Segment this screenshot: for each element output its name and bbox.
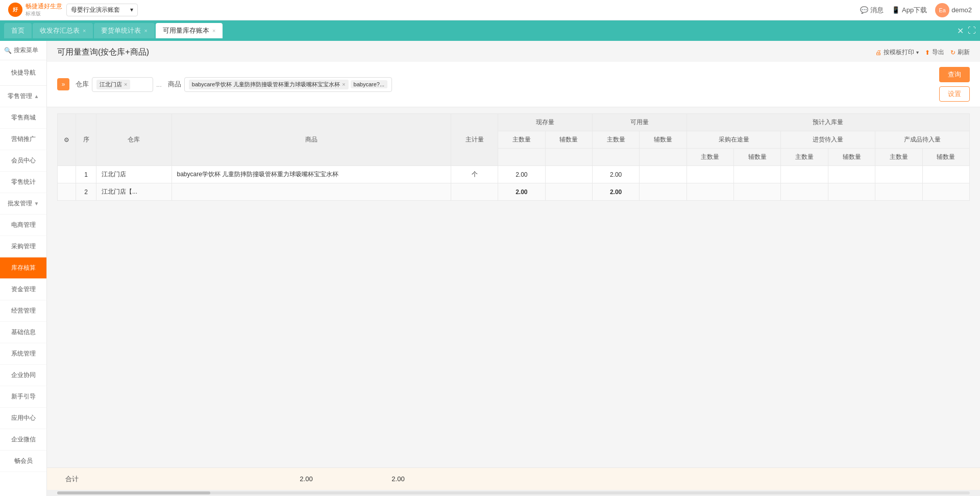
col-stock-header: 现存量 <box>498 114 593 131</box>
filter-expand-button[interactable]: » <box>57 78 69 90</box>
query-button[interactable]: 查询 <box>939 67 970 82</box>
table-row: 1 江北门店 babycare学饮杯 儿童防摔防撞吸管杯重力球吸嘴杯宝宝水杯 个… <box>58 166 970 183</box>
sidebar-search[interactable]: 🔍 搜索菜单 <box>0 41 46 60</box>
tab-requisition-stats[interactable]: 要货单统计表 × <box>94 23 154 38</box>
row-pp-sub <box>828 183 875 201</box>
row-goods: babycare学饮杯 儿童防摔防撞吸管杯重力球吸嘴杯宝宝水杯 <box>172 166 451 183</box>
app-download-button[interactable]: 📱 App下载 <box>892 6 927 15</box>
sidebar-item-retail-mall[interactable]: 零售商城 <box>0 107 46 129</box>
sidebar-item-label: 营销推广 <box>11 135 36 144</box>
goods-tag-2-value: babycare?... <box>354 81 385 87</box>
sidebar-item-vip[interactable]: 畅会员 <box>0 451 46 472</box>
avatar-initials: Ea <box>939 7 946 13</box>
sidebar-item-quick-nav[interactable]: 快捷导航 <box>0 64 46 81</box>
sidebar-item-enterprise-wechat[interactable]: 企业微信 <box>0 429 46 451</box>
sidebar-search-label: 搜索菜单 <box>14 46 38 55</box>
sidebar-item-member-center[interactable]: 会员中心 <box>0 150 46 172</box>
sidebar-item-label: 基础信息 <box>11 328 36 337</box>
industry-selector[interactable]: 母婴行业演示账套 ▾ <box>66 4 138 16</box>
row-pt-sub <box>734 183 781 201</box>
tab-window-actions: ✕ ⛶ <box>957 26 976 36</box>
goods-tag-2: babycare?... <box>351 80 388 88</box>
settings-button[interactable]: 设置 <box>939 86 970 102</box>
row-warehouse: 江北门店 <box>96 166 172 183</box>
sidebar-quick-nav: 快捷导航 <box>0 60 46 86</box>
sidebar-item-inventory[interactable]: 库存核算 <box>0 257 46 279</box>
sidebar-item-new-guide[interactable]: 新手引导 <box>0 386 46 408</box>
col-settings-header[interactable]: ⚙ <box>58 114 76 166</box>
table-area: ⚙ 序 仓库 商品 主计量 现存量 可用量 预计入库量 主数量 辅数量 主数量 <box>47 107 980 467</box>
industry-label: 母婴行业演示账套 <box>71 6 120 14</box>
print-button[interactable]: 🖨 按模板打印 ▾ <box>875 48 919 57</box>
sidebar-item-label: 系统管理 <box>11 349 36 358</box>
avatar: Ea <box>935 3 949 17</box>
search-icon: 🔍 <box>4 47 12 54</box>
warehouse-tag-remove[interactable]: × <box>124 81 127 87</box>
chevron-icon: ▼ <box>34 201 39 206</box>
tab-home[interactable]: 首页 <box>4 23 32 38</box>
message-icon: 💬 <box>860 6 868 14</box>
sidebar-item-label: 库存核算 <box>11 264 36 272</box>
refresh-label: 刷新 <box>958 48 970 57</box>
row-fp-sub <box>922 166 969 183</box>
row-avail-sub <box>640 166 687 183</box>
col-goods-header: 商品 <box>172 114 451 166</box>
goods-tag-1-remove[interactable]: × <box>342 81 345 87</box>
tab-receive-summary[interactable]: 收发存汇总表 × <box>33 23 93 38</box>
row-index: 2 <box>76 183 96 201</box>
row-settings <box>58 183 76 201</box>
warehouse-input[interactable]: 江北门店 × <box>92 77 153 92</box>
tab-available-stock[interactable]: 可用量库存账本 × <box>156 23 223 38</box>
settings-icon[interactable]: ⚙ <box>64 136 69 144</box>
scroll-track <box>57 491 970 494</box>
refresh-button[interactable]: ↻ 刷新 <box>950 48 970 57</box>
goods-label: 商品 <box>168 80 181 89</box>
row-fp-main <box>875 166 922 183</box>
export-button[interactable]: ⬆ 导出 <box>925 48 944 57</box>
app-download-label: App下载 <box>902 6 927 15</box>
sidebar-item-retail-stats[interactable]: 零售统计 <box>0 172 46 193</box>
goods-input[interactable]: babycare学饮杯 儿童防摔防撞吸管杯重力球吸嘴杯宝宝水杯 × babyca… <box>184 77 392 92</box>
sidebar-item-marketing[interactable]: 营销推广 <box>0 129 46 150</box>
tab-close-all-button[interactable]: ✕ <box>957 26 964 36</box>
sidebar-item-operations[interactable]: 经营管理 <box>0 300 46 322</box>
user-profile[interactable]: Ea demo2 <box>935 3 972 17</box>
refresh-icon: ↻ <box>950 49 955 56</box>
sidebar-item-label: 电商管理 <box>11 221 36 229</box>
scroll-thumb[interactable] <box>57 491 210 494</box>
sidebar-item-ecommerce[interactable]: 电商管理 <box>0 215 46 236</box>
sidebar-item-retail-mgmt[interactable]: 零售管理 ▲ <box>0 86 46 107</box>
warehouse-more-button[interactable]: ... <box>156 81 162 88</box>
col-avail-main-header: 主数量 <box>592 131 639 149</box>
chevron-down-icon: ▾ <box>130 6 133 13</box>
sidebar-item-finance[interactable]: 资金管理 <box>0 279 46 300</box>
phone-icon: 📱 <box>892 6 900 14</box>
message-button[interactable]: 💬 消息 <box>860 6 884 15</box>
sidebar-item-label: 企业协同 <box>11 371 36 380</box>
tab-requisition-stats-close[interactable]: × <box>144 28 147 34</box>
row-index: 1 <box>76 166 96 183</box>
horizontal-scrollbar[interactable] <box>47 490 980 496</box>
row-pt-sub <box>734 166 781 183</box>
tab-fullscreen-button[interactable]: ⛶ <box>968 26 976 35</box>
sidebar-item-purchase-mgmt[interactable]: 采购管理 <box>0 236 46 257</box>
sidebar-item-enterprise-collab[interactable]: 企业协同 <box>0 365 46 386</box>
tab-receive-summary-close[interactable]: × <box>83 28 86 34</box>
data-table: ⚙ 序 仓库 商品 主计量 现存量 可用量 预计入库量 主数量 辅数量 主数量 <box>57 113 970 201</box>
footer-avail-main: 2.00 <box>373 475 424 483</box>
col-pp-main-header <box>592 149 639 166</box>
sidebar-item-label: 会员中心 <box>11 156 36 165</box>
sidebar-item-app-center[interactable]: 应用中心 <box>0 408 46 429</box>
export-label: 导出 <box>932 48 944 57</box>
sidebar-item-wholesale-mgmt[interactable]: 批发管理 ▼ <box>0 193 46 215</box>
row-settings <box>58 166 76 183</box>
col-pt-main2-header: 主数量 <box>687 149 733 166</box>
col-purchase-pending-header: 进货待入量 <box>781 131 875 149</box>
row-unit <box>451 183 498 201</box>
row-avail-sub <box>640 183 687 201</box>
tab-available-stock-close[interactable]: × <box>212 28 215 34</box>
export-icon: ⬆ <box>925 49 930 56</box>
sidebar-item-system[interactable]: 系统管理 <box>0 343 46 365</box>
row-pp-sub <box>828 166 875 183</box>
sidebar-item-basic-info[interactable]: 基础信息 <box>0 322 46 343</box>
